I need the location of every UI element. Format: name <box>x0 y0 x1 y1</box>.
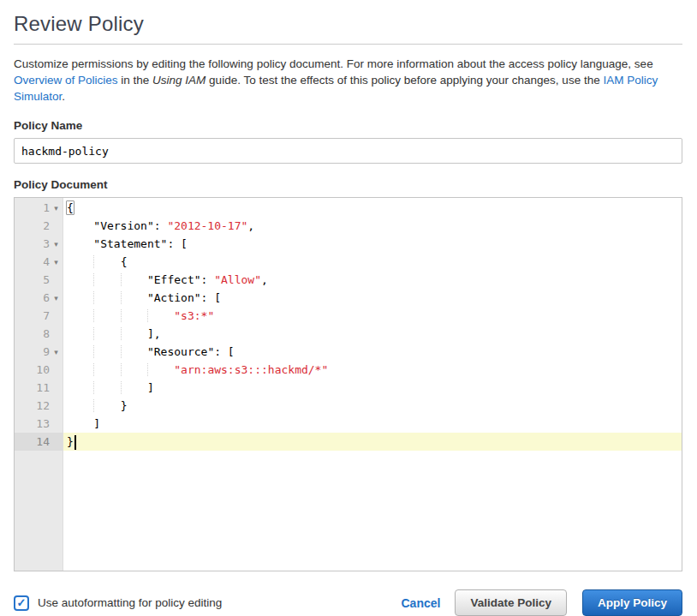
indent <box>121 345 147 358</box>
code-token: "Action": [ <box>147 291 221 304</box>
intro-part1: Customize permissions by editing the fol… <box>14 57 653 70</box>
editor-code[interactable]: { "Version": "2012-10-17", "Statement": … <box>63 198 682 571</box>
fold-arrow-icon[interactable]: ▾ <box>50 294 63 302</box>
line-number: 14 <box>15 435 50 448</box>
line-number: 6 <box>15 291 50 304</box>
apply-policy-button[interactable]: Apply Policy <box>582 589 682 616</box>
policy-name-input[interactable] <box>14 138 682 164</box>
indent <box>121 327 147 340</box>
code-token: , <box>261 273 268 286</box>
code-line[interactable]: { <box>63 199 682 217</box>
indent <box>67 417 93 430</box>
fold-arrow-icon[interactable]: ▾ <box>50 258 63 266</box>
line-number: 5 <box>15 273 50 286</box>
indent <box>67 237 93 250</box>
gutter-line-number: 8 <box>15 325 63 343</box>
line-number: 9 <box>15 345 50 358</box>
code-token: ] <box>147 381 154 394</box>
line-number: 4 <box>15 255 50 268</box>
code-token: { <box>66 200 74 215</box>
code-string-token: "2012-10-17" <box>167 219 247 232</box>
fold-arrow-icon[interactable]: ▾ <box>50 240 63 248</box>
code-token: , <box>247 219 254 232</box>
indent <box>93 327 121 340</box>
page-title: Review Policy <box>14 12 682 36</box>
code-line[interactable]: "Resource": [ <box>63 343 682 361</box>
checkmark-icon: ✓ <box>17 597 27 608</box>
code-line[interactable]: } <box>63 433 682 451</box>
code-line[interactable]: { <box>63 253 682 271</box>
autoformat-checkbox[interactable]: ✓ <box>14 595 29 611</box>
code-token: "Resource": [ <box>147 345 235 358</box>
gutter-line-number: 4▾ <box>15 253 63 271</box>
indent <box>93 345 121 358</box>
code-string-token: "s3:*" <box>174 309 214 322</box>
fold-arrow-icon[interactable]: ▾ <box>50 348 63 356</box>
autoformat-label[interactable]: Use autoformatting for policy editing <box>38 596 222 609</box>
code-token: } <box>67 435 74 448</box>
line-number: 7 <box>15 309 50 322</box>
code-line[interactable]: ] <box>63 415 682 433</box>
code-token: } <box>121 399 128 412</box>
gutter-line-number: 9▾ <box>15 343 63 361</box>
intro-part3: guide. To test the effects of this polic… <box>206 74 603 87</box>
indent <box>67 363 94 376</box>
fold-arrow-icon[interactable]: ▾ <box>50 204 63 212</box>
indent <box>121 273 147 286</box>
intro-part4: . <box>62 90 65 103</box>
autoformat-option[interactable]: ✓ Use autoformatting for policy editing <box>14 595 222 611</box>
policy-editor[interactable]: 1▾23▾4▾56▾789▾1011121314 { "Version": "2… <box>14 197 682 571</box>
line-number: 3 <box>15 237 50 250</box>
indent <box>121 381 147 394</box>
indent <box>67 381 94 394</box>
guide-name: Using IAM <box>152 74 206 87</box>
indent <box>67 255 94 268</box>
indent <box>67 219 93 232</box>
validate-policy-button[interactable]: Validate Policy <box>455 589 567 616</box>
gutter-line-number: 10 <box>15 361 63 379</box>
code-token: "Version": <box>93 219 167 232</box>
indent <box>67 345 94 358</box>
gutter-line-number: 1▾ <box>15 199 63 217</box>
indent <box>67 327 94 340</box>
indent <box>93 399 120 412</box>
line-number: 8 <box>15 327 50 340</box>
line-number: 11 <box>15 381 50 394</box>
code-line[interactable]: "s3:*" <box>63 307 682 325</box>
code-token: ], <box>147 327 161 340</box>
policy-name-label: Policy Name <box>14 119 682 132</box>
line-number: 13 <box>15 417 50 430</box>
gutter-line-number: 2 <box>15 217 63 235</box>
code-token: "Effect": <box>147 273 214 286</box>
code-line[interactable]: "Statement": [ <box>63 235 682 253</box>
indent <box>147 309 174 322</box>
code-string-token: "Allow" <box>214 273 261 286</box>
overview-of-policies-link[interactable]: Overview of Policies <box>14 74 118 87</box>
indent <box>121 309 148 322</box>
intro-part2: in the <box>118 74 153 87</box>
indent <box>67 399 94 412</box>
code-line[interactable]: "Effect": "Allow", <box>63 271 682 289</box>
code-line[interactable]: "arn:aws:s3:::hackmd/*" <box>63 361 682 379</box>
code-line[interactable]: ], <box>63 325 682 343</box>
code-line[interactable]: "Version": "2012-10-17", <box>63 217 682 235</box>
indent <box>67 309 94 322</box>
code-line[interactable]: ] <box>63 379 682 397</box>
action-buttons: Cancel Validate Policy Apply Policy <box>402 589 683 616</box>
code-string-token: "arn:aws:s3:::hackmd/*" <box>174 363 328 376</box>
footer-bar: ✓ Use autoformatting for policy editing … <box>14 589 682 616</box>
text-cursor <box>74 435 76 450</box>
code-token: { <box>121 255 128 268</box>
cancel-link[interactable]: Cancel <box>402 596 441 610</box>
policy-document-label: Policy Document <box>14 178 682 191</box>
indent <box>93 309 121 322</box>
gutter-line-number: 12 <box>15 397 63 415</box>
gutter-line-number: 13 <box>15 415 63 433</box>
code-line[interactable]: } <box>63 397 682 415</box>
code-token: ] <box>93 417 100 430</box>
line-number: 2 <box>15 219 50 232</box>
gutter-line-number: 3▾ <box>15 235 63 253</box>
line-number: 1 <box>15 201 50 214</box>
title-divider <box>14 44 682 45</box>
code-line[interactable]: "Action": [ <box>63 289 682 307</box>
